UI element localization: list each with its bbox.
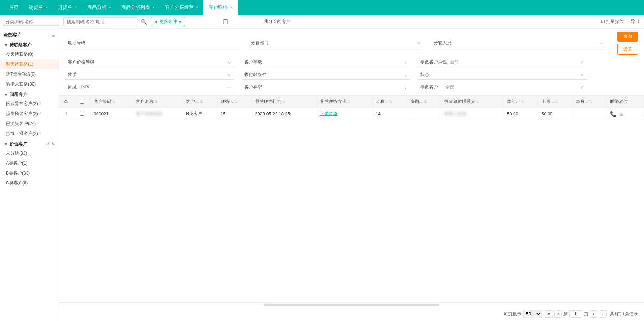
search-button[interactable]: 🔍: [141, 19, 147, 25]
sort-icon: ⇅: [423, 100, 426, 104]
sort-last-method[interactable]: 最后联络方式 ⇅: [320, 99, 370, 105]
last-page-button[interactable]: »: [599, 310, 607, 318]
retail-customer-value[interactable]: 全部: [445, 84, 579, 90]
col-type: 客户... ⇅: [183, 96, 217, 108]
checkbox-header[interactable]: [74, 96, 91, 108]
sort-unit-contact[interactable]: 往来单位联系人 ⇅: [444, 99, 501, 105]
cell-code: 000021: [91, 108, 133, 120]
retail-attr-value[interactable]: 全部: [450, 59, 579, 65]
search-input[interactable]: [63, 17, 137, 26]
close-icon[interactable]: ×: [45, 5, 48, 10]
sort-this-year[interactable]: 本年... ⇅: [507, 99, 535, 105]
close-icon[interactable]: ×: [196, 5, 198, 10]
ellipsis-icon[interactable]: ···: [600, 41, 603, 46]
edit-icon[interactable]: ✎: [51, 142, 55, 147]
nav-item-customer-contact[interactable]: 客户联络 ×: [203, 0, 237, 15]
close-icon[interactable]: ×: [74, 5, 77, 10]
nav-item-product-analysis-list[interactable]: 商品分析列表 ×: [116, 0, 160, 15]
first-page-button[interactable]: «: [545, 310, 553, 318]
sidebar-item-class-b[interactable]: B类客户(33): [0, 168, 59, 178]
chevron-down-icon[interactable]: ∨: [404, 85, 407, 90]
my-customers-checkbox-label[interactable]: 我分管的客户: [189, 18, 290, 25]
batch-operation-button[interactable]: ☑ 批量操作: [601, 18, 624, 25]
sidebar-item-churn-warning[interactable]: 流失预警客户(3) ?: [0, 109, 59, 119]
collapse-icon[interactable]: «: [52, 32, 55, 38]
nav-item-product-analysis[interactable]: 商品分析 ×: [82, 0, 116, 15]
my-customers-checkbox[interactable]: [189, 19, 262, 24]
sidebar-item-lost[interactable]: 已流失客户(24) ?: [0, 119, 59, 129]
sort-not-contacted[interactable]: 未联... ⇅: [376, 99, 404, 105]
horizontal-scrollbar[interactable]: [59, 302, 644, 307]
sidebar-item-declining[interactable]: 持续下滑客户(2) ?: [0, 129, 59, 139]
nature-label: 性质: [68, 72, 90, 78]
sidebar-search-input[interactable]: [3, 18, 59, 26]
sidebar-item-tomorrow[interactable]: 明天待联络(1): [0, 59, 59, 69]
select-all-checkbox[interactable]: [80, 99, 84, 104]
sidebar-group-value[interactable]: ▼ 价值客户 ↺ ✎: [0, 139, 59, 148]
sidebar-item-today[interactable]: 今天待联络(0): [0, 49, 59, 59]
settings-button[interactable]: 设置: [617, 44, 638, 55]
sidebar-item-class-c[interactable]: C类客户(6): [0, 178, 59, 188]
filter-bar: 🔍 ▼ 更多条件 ∧ 我分管的客户 ☑ 批量操作 ↑ 导出: [59, 15, 644, 29]
sort-code[interactable]: 客户编码 ⇅: [94, 99, 130, 105]
sidebar-item-unclassified[interactable]: 未分组(32): [0, 148, 59, 158]
scrollbar-thumb[interactable]: [264, 304, 439, 306]
nav-home[interactable]: 首页: [4, 0, 24, 15]
per-page-select[interactable]: 50 100 200: [523, 310, 542, 318]
sort-last-month[interactable]: 上月... ⇅: [542, 99, 570, 105]
customer-type-label: 客户类型: [244, 84, 266, 90]
row-index: 1: [59, 108, 74, 120]
cell-last-method[interactable]: 下销货单: [317, 108, 373, 120]
row-checkbox[interactable]: [80, 111, 84, 116]
grid-icon[interactable]: ⊞: [619, 111, 624, 117]
nav-item-salebill[interactable]: 销货单 ×: [24, 0, 53, 15]
prev-page-button[interactable]: ‹: [554, 310, 562, 318]
chevron-down-icon[interactable]: ∨: [228, 60, 231, 65]
col-contacts: 联络... ⇅: [217, 96, 252, 108]
more-conditions-button[interactable]: ▼ 更多条件 ∧: [151, 17, 185, 26]
sidebar-group-problem[interactable]: ▼ 问题客户: [0, 89, 59, 99]
close-icon[interactable]: ×: [152, 5, 154, 10]
all-customers-section[interactable]: 全部客户 «: [0, 29, 59, 40]
phone-icon[interactable]: 📞: [610, 111, 616, 117]
sidebar-group-pending[interactable]: ▼ 待联络客户: [0, 40, 59, 49]
refresh-icon[interactable]: ↺: [46, 142, 50, 147]
page-input[interactable]: [569, 310, 582, 318]
filter-field-region: 区域（地区） ···: [65, 83, 234, 92]
query-button[interactable]: 查询: [617, 32, 638, 42]
ellipsis-icon[interactable]: ···: [227, 85, 231, 90]
sidebar-item-class-a[interactable]: A类客户(1): [0, 158, 59, 168]
chevron-down-icon[interactable]: ∨: [580, 60, 584, 65]
sort-type[interactable]: 客户... ⇅: [186, 99, 214, 105]
sidebar-item-7days[interactable]: 近7天待联络(0): [0, 69, 59, 79]
sort-overdue[interactable]: 逾期... ⇅: [410, 99, 438, 105]
chevron-down-icon[interactable]: ∨: [580, 72, 584, 77]
close-icon[interactable]: ×: [109, 5, 111, 10]
contact-method-link[interactable]: 下销货单: [320, 111, 337, 116]
row-checkbox-cell[interactable]: [74, 108, 91, 120]
sort-name[interactable]: 客户名称 ⇅: [136, 99, 180, 105]
chevron-down-icon[interactable]: ∨: [404, 60, 407, 65]
close-icon[interactable]: ×: [230, 5, 232, 10]
gear-header[interactable]: ⚙: [59, 96, 74, 108]
next-page-button[interactable]: ›: [590, 310, 597, 318]
chevron-down-icon[interactable]: ∨: [228, 72, 231, 77]
nav-item-purchasebill[interactable]: 进货单 ×: [53, 0, 82, 15]
page-suffix: 页: [584, 311, 588, 317]
sort-this-month[interactable]: 本月... ⇅: [576, 99, 604, 105]
page-navigation: « ‹ 第 页 › »: [545, 310, 607, 318]
filter-field-customer-type: 客户类型 ∨: [241, 83, 410, 92]
sidebar-item-overdue[interactable]: 逾期未联络(30): [0, 79, 59, 89]
col-action: 联络动作: [607, 96, 644, 108]
sort-icon: ⇅: [199, 100, 202, 104]
sort-icon: ⇅: [154, 100, 157, 104]
chevron-down-icon[interactable]: ∨: [580, 85, 584, 90]
sidebar-item-repurchase-abnormal[interactable]: 回购异常客户(2) ?: [0, 99, 59, 109]
chevron-down-icon[interactable]: ∨: [404, 72, 407, 77]
filter-field-status: 状态 ∨: [417, 70, 587, 80]
nav-item-customer-tier[interactable]: 客户分层经营 ×: [160, 0, 203, 15]
sort-last-date[interactable]: 最后联络日期 ⇅: [255, 99, 314, 105]
sort-contacts[interactable]: 联络... ⇅: [221, 99, 249, 105]
export-button[interactable]: ↑ 导出: [627, 18, 640, 25]
chevron-down-icon[interactable]: ∨: [417, 41, 420, 46]
